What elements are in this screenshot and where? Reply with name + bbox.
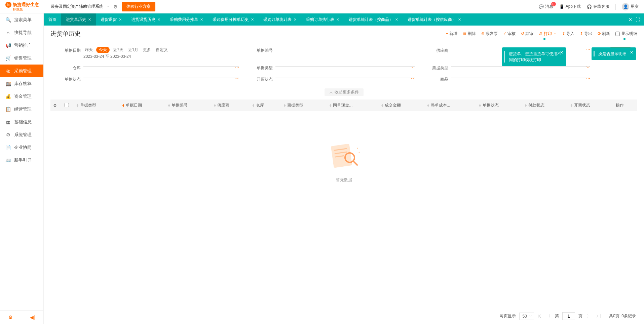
tab-6[interactable]: 采购订单统计表✕ (259, 13, 301, 26)
close-icon[interactable]: ✕ (560, 49, 563, 55)
sidebar-item-4[interactable]: 🛍采购管理 (0, 65, 43, 77)
gear-icon[interactable]: ⚙ (113, 4, 118, 9)
show-detail-checkbox[interactable]: 显示明细 (615, 31, 637, 37)
collapse-filter-button[interactable]: ︿收起更多条件 (325, 88, 364, 96)
date-tag-5[interactable]: 自定义 (154, 47, 169, 53)
doc-type-select[interactable]: ﹀ (275, 64, 415, 67)
fullscreen-icon[interactable]: ⛶ (636, 17, 640, 22)
column-header[interactable]: ▲▼单据类型 (73, 99, 119, 111)
prev-page-button[interactable]: 〈 (545, 313, 552, 319)
tab-3[interactable]: 进货退货历史✕ (126, 13, 165, 26)
column-header[interactable]: ▲▼仓库 (249, 99, 280, 111)
sort-icon[interactable]: ▲▼ (283, 104, 286, 107)
sort-icon[interactable]: ▲▼ (570, 104, 573, 107)
close-icon[interactable]: ✕ (88, 17, 91, 22)
close-icon[interactable]: ✕ (458, 17, 461, 22)
sort-icon[interactable]: ▲▼ (479, 104, 482, 107)
export-button[interactable]: ↥导出 (580, 31, 592, 37)
column-header[interactable]: ▲▼单据编号 (165, 99, 211, 111)
column-header[interactable]: ▲▼整单成本... (424, 99, 476, 111)
doc-status-select[interactable]: ﹀ (83, 76, 239, 78)
tab-4[interactable]: 采购费用分摊单✕ (165, 13, 208, 26)
sidebar-item-7[interactable]: 📋经营管理 (0, 103, 43, 116)
sidebar-item-11[interactable]: 📖新手引导 (0, 154, 43, 167)
more-icon[interactable]: ⋯ (235, 65, 239, 70)
online-service-button[interactable]: 🎧 在线客服 (587, 4, 609, 9)
tab-8[interactable]: 进货单统计表（按商品）✕ (344, 13, 403, 26)
page-input[interactable] (562, 312, 575, 320)
sort-icon[interactable]: ▲▼ (427, 104, 430, 107)
sort-icon[interactable]: ▲▼ (329, 104, 332, 107)
close-icon[interactable]: ✕ (251, 17, 254, 22)
column-header[interactable]: ▲▼供应商 (211, 99, 249, 111)
close-all-tabs-icon[interactable]: ✕ (629, 17, 632, 22)
product-input[interactable]: ⋯ (451, 76, 590, 78)
tab-1[interactable]: 进货单历史✕ (61, 13, 96, 26)
sidebar-item-5[interactable]: 🏬库存核算 (0, 77, 43, 90)
user-menu[interactable]: 👤 用友 (622, 3, 639, 10)
date-tag-0[interactable]: 昨天 (83, 47, 94, 53)
tab-7[interactable]: 采购订单执行表✕ (301, 13, 344, 26)
select-all-checkbox[interactable] (62, 99, 73, 111)
import-button[interactable]: ↧导入 (562, 31, 574, 37)
close-icon[interactable]: ✕ (294, 17, 297, 22)
tab-2[interactable]: 进货退货✕ (96, 13, 126, 26)
column-header[interactable]: ▲▼付款状态 (522, 99, 567, 111)
message-button[interactable]: 💬 消息 6 (539, 4, 553, 9)
column-header[interactable]: ▲▼票据类型 (280, 99, 326, 111)
sidebar-item-6[interactable]: 💰资金管理 (0, 90, 43, 103)
table-settings-button[interactable]: ⚙ (50, 99, 62, 111)
close-icon[interactable]: ✕ (157, 17, 160, 22)
audit-button[interactable]: ✓审核 (503, 31, 516, 37)
date-tag-1[interactable]: 今天 (96, 47, 110, 53)
more-icon[interactable]: ⋯ (586, 47, 590, 52)
date-tag-3[interactable]: 近1月 (127, 47, 140, 53)
column-header[interactable]: ▲▼开票状态 (567, 99, 613, 111)
add-invoice-button[interactable]: ⊕添发票 (481, 31, 498, 37)
column-header[interactable]: ▲▼单据日期 (119, 99, 165, 111)
unaudit-button[interactable]: ↺弃审 (521, 31, 533, 37)
collapse-sidebar-icon[interactable]: ◀| (30, 315, 35, 320)
column-header[interactable]: ▲▼同单现金... (326, 99, 378, 111)
sidebar-item-1[interactable]: ⌂快捷导航 (0, 26, 43, 39)
column-header[interactable]: ▲▼单据状态 (476, 99, 522, 111)
close-icon[interactable]: ✕ (336, 17, 339, 22)
system-selector[interactable]: 装备及固定资产辅助管理系统 ﹀ ⚙ (51, 4, 118, 9)
sort-icon[interactable]: ▲▼ (167, 104, 171, 107)
column-header[interactable]: ▲▼成交金额 (378, 99, 424, 111)
tab-0[interactable]: 首页 (44, 13, 61, 26)
first-page-button[interactable]: K (537, 314, 542, 319)
close-icon[interactable]: ✕ (395, 17, 398, 22)
sort-icon[interactable]: ▲▼ (76, 104, 79, 107)
sort-icon[interactable]: ▲▼ (524, 104, 527, 107)
tab-5[interactable]: 采购费用分摊单历史✕ (208, 13, 259, 26)
sidebar-item-2[interactable]: 📢营销推广 (0, 39, 43, 52)
close-icon[interactable]: ✕ (200, 17, 203, 22)
settings-icon[interactable]: ⚙ (8, 315, 13, 320)
delete-button[interactable]: 🗑删除 (463, 31, 476, 37)
sidebar-item-8[interactable]: ▦基础信息 (0, 116, 43, 128)
warehouse-input[interactable]: ⋯ (83, 64, 239, 67)
next-page-button[interactable]: 〉 (586, 313, 592, 319)
checkbox[interactable] (615, 32, 620, 36)
date-tag-4[interactable]: 更多 (142, 47, 152, 53)
sidebar-item-3[interactable]: 🛒销售管理 (0, 52, 43, 65)
column-header[interactable]: 操作 (613, 99, 637, 111)
per-page-select[interactable]: 50﹀ (519, 313, 534, 320)
invoice-status-select[interactable]: ﹀ (275, 76, 415, 78)
more-icon[interactable]: ⋯ (586, 76, 590, 81)
last-page-button[interactable]: 〉| (595, 313, 602, 319)
tab-9[interactable]: 进货单统计表（按供应商）✕ (403, 13, 466, 26)
refresh-button[interactable]: ⟳刷新 (598, 31, 610, 37)
print-button[interactable]: 🖨打印﹀ (539, 31, 557, 37)
doc-no-input[interactable] (275, 47, 415, 49)
experience-button[interactable]: 体验行业方案 (122, 2, 155, 11)
date-tag-2[interactable]: 近7天 (112, 47, 125, 53)
sort-icon[interactable]: ▲▼ (122, 104, 125, 107)
app-download-button[interactable]: 📱 App下载 (559, 4, 581, 9)
sort-icon[interactable]: ▲▼ (252, 104, 255, 107)
sidebar-item-9[interactable]: ⚙系统管理 (0, 128, 43, 141)
close-icon[interactable]: ✕ (630, 49, 633, 55)
sidebar-item-0[interactable]: 🔍搜索菜单 (0, 13, 43, 26)
sort-icon[interactable]: ▲▼ (213, 104, 216, 107)
